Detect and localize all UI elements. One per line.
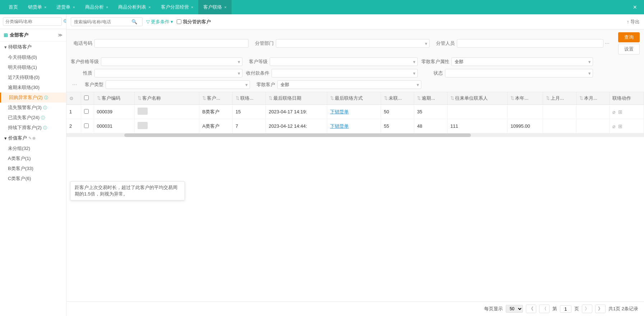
nav-customer-contact[interactable]: 客户联络 × — [198, 0, 231, 14]
more-action-icon[interactable]: ⊞ — [618, 123, 622, 129]
arrow-down-icon: ▾ — [4, 44, 7, 50]
row-this-year: 10995.00 — [508, 119, 543, 133]
query-btn[interactable]: 查询 — [618, 32, 640, 42]
horizontal-scrollbar[interactable] — [66, 133, 644, 137]
close-sales-order[interactable]: × — [44, 5, 46, 9]
close-product-analysis[interactable]: × — [106, 5, 108, 9]
sidebar-search-icon[interactable]: 🔍 — [63, 19, 66, 24]
retail-attr-filter: 零散客户属性 全部 — [421, 57, 593, 66]
row-select-checkbox[interactable] — [84, 109, 89, 114]
sidebar-declining[interactable]: 持续下滑客户(2) ⓘ — [0, 123, 66, 133]
per-page-label: 每页显示 — [484, 306, 503, 312]
nav-sales-order[interactable]: 销货单 × — [23, 0, 51, 14]
table-settings-icon[interactable]: ⚙ — [69, 96, 74, 101]
more-filters-dots[interactable]: ··· — [71, 81, 78, 88]
payment-select[interactable] — [272, 69, 418, 77]
search-box: 🔍 — [71, 17, 143, 26]
row-grade: A类客户 — [199, 119, 233, 133]
price-grade-select[interactable] — [101, 57, 242, 66]
contact-icon[interactable]: ⌀ — [612, 123, 615, 129]
customer-type-select[interactable] — [106, 80, 250, 89]
filter-row-1: 电话号码 分管部门 分管人员 ··· — [71, 32, 640, 55]
row-select-checkbox[interactable] — [84, 123, 89, 128]
contact-icon[interactable]: ⌀ — [612, 109, 615, 115]
nav-product-analysis[interactable]: 商品分析 × — [80, 0, 113, 14]
close-customer-segmentation[interactable]: × — [191, 5, 193, 9]
first-page-btn[interactable]: 《 — [526, 305, 536, 313]
row-unreached: 50 — [381, 105, 414, 119]
col-last-contact-date: ⇅最后联络日期 — [266, 92, 327, 105]
row-last-method: 下销货单 — [327, 105, 381, 119]
sidebar-churned[interactable]: 已流失客户(24) ⓘ — [0, 113, 66, 123]
tooltip-box: 距客户上次交易时长，超过了此客户的平均交易周期的1.5倍，则视为异常。 — [70, 181, 185, 201]
col-action: 联络动作 — [610, 92, 644, 105]
my-customers-checkbox[interactable] — [177, 19, 181, 24]
col-unreached: ⇅未联... — [381, 92, 414, 105]
row-unreached: 55 — [381, 119, 414, 133]
value-customer-group[interactable]: ▾ 价值客户 ✎ ⊕ — [0, 133, 66, 143]
nav-home[interactable]: 首页 — [4, 0, 23, 14]
sidebar-tomorrow-contact[interactable]: 明天待联络(1) — [0, 62, 66, 72]
per-page-select[interactable]: 50 — [506, 305, 523, 313]
pending-contact-group[interactable]: ▾ 待联络客户 — [0, 42, 66, 52]
retail-customer-label: 零散客户 — [254, 81, 275, 88]
retail-attr-select[interactable]: 全部 — [451, 57, 593, 66]
sidebar-search-input[interactable] — [3, 17, 62, 26]
page-input[interactable] — [560, 305, 571, 313]
more-conditions-btn[interactable]: ▽ 更多条件 ▾ — [146, 19, 173, 25]
manager-dots-btn[interactable]: ··· — [603, 40, 611, 47]
nav-product-analysis-list[interactable]: 商品分析列表 × — [113, 0, 156, 14]
all-customers-title: ⊞ 全部客户 ≫ — [0, 29, 66, 42]
sidebar-unclassified[interactable]: 未分组(32) — [0, 143, 66, 154]
nav-purchase-order[interactable]: 进货单 × — [51, 0, 80, 14]
page-label2: 页 — [574, 306, 579, 312]
table-wrapper: 距客户上次交易时长，超过了此客户的平均交易周期的1.5倍，则视为异常。 ⚙ ⇅客… — [66, 92, 644, 301]
sidebar: 🔍 ⊞ 全部客户 ≫ ▾ 待联络客户 今天待联络(0) 明天待联络(1) — [0, 14, 66, 316]
manager-input[interactable] — [457, 39, 603, 48]
close-customer-contact[interactable]: × — [224, 5, 226, 9]
customer-grade-filter: 客户等级 — [246, 57, 418, 66]
price-grade-filter: 客户价格等级 — [71, 57, 242, 66]
add-icon[interactable]: ⊕ — [32, 136, 36, 141]
col-this-month: ⇅本月... — [576, 92, 610, 105]
sidebar-b-class[interactable]: B类客户(33) — [0, 164, 66, 174]
row-code: 000039 — [94, 105, 135, 119]
search-icon[interactable]: 🔍 — [131, 19, 137, 24]
sidebar-churn-warning[interactable]: 流失预警客户(3) ⓘ — [0, 103, 66, 113]
close-purchase-order[interactable]: × — [73, 5, 75, 9]
more-action-icon[interactable]: ⊞ — [618, 109, 622, 115]
gender-select[interactable] — [94, 69, 242, 77]
nav-customer-segmentation[interactable]: 客户分层经营 × — [156, 0, 198, 14]
settings-btn[interactable]: 设置 — [618, 44, 640, 55]
sidebar-c-class[interactable]: C类客户(6) — [0, 174, 66, 184]
prev-page-btn[interactable]: 〈 — [539, 305, 550, 313]
row-contacts: 111 — [447, 119, 508, 133]
retail-attr-label: 零散客户属性 — [421, 58, 449, 65]
sidebar-repurchase-abnormal[interactable]: 回购异常客户(2) ⓘ — [0, 93, 66, 103]
edit-icon[interactable]: ✎ — [28, 136, 32, 141]
phone-input[interactable] — [94, 39, 249, 48]
filter-row-4: ··· 客户类型 零散客户 全部 — [71, 80, 640, 89]
dept-select[interactable] — [276, 39, 430, 48]
last-page-btn[interactable]: 》 — [595, 305, 606, 313]
sidebar-collapse-btn[interactable]: ≫ — [58, 33, 62, 38]
close-product-analysis-list[interactable]: × — [148, 5, 150, 9]
search-input[interactable] — [74, 19, 131, 24]
select-all-checkbox[interactable] — [84, 95, 89, 100]
row-checkbox — [81, 119, 94, 133]
dept-filter: 分管部门 — [252, 39, 430, 48]
info-icon-churned: ⓘ — [41, 115, 45, 121]
status-select[interactable] — [445, 69, 593, 77]
sidebar-a-class[interactable]: A类客户(1) — [0, 154, 66, 164]
sidebar-overdue-contact[interactable]: 逾期未联络(30) — [0, 82, 66, 93]
app-close-btn[interactable]: × — [629, 4, 640, 11]
col-last-month: ⇅上月... — [543, 92, 576, 105]
row-name — [135, 105, 199, 119]
customer-grade-select[interactable] — [270, 57, 418, 66]
next-page-btn[interactable]: 〉 — [582, 305, 592, 313]
sidebar-7days-contact[interactable]: 近7天待联络(0) — [0, 72, 66, 82]
row-last-method: 下销货单 — [327, 119, 381, 133]
retail-customer-select[interactable]: 全部 — [277, 80, 422, 89]
export-btn[interactable]: ↑ 导出 — [627, 19, 640, 25]
sidebar-today-contact[interactable]: 今天待联络(0) — [0, 52, 66, 62]
